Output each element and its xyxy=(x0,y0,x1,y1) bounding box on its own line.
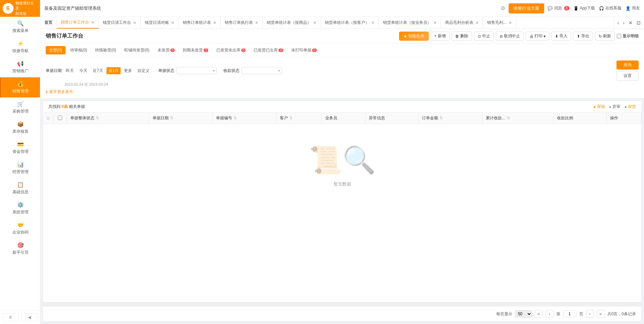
sidebar-item-4[interactable]: 🛒 采购管理 xyxy=(0,97,40,118)
tab-item-7[interactable]: 销货单统计表（按客户）✕ xyxy=(321,17,379,29)
settings-icon[interactable]: ⚙ xyxy=(501,5,505,11)
sub-tab-5[interactable]: 到期未发货0 xyxy=(179,46,212,54)
select-all-checkbox[interactable] xyxy=(58,116,62,120)
tab-close-6[interactable]: ✕ xyxy=(313,21,316,25)
date-shortcut-1[interactable]: 今天 xyxy=(77,67,89,74)
horizontal-scrollbar[interactable] xyxy=(43,302,641,306)
tab-close-10[interactable]: ✕ xyxy=(509,21,512,25)
payment-select[interactable] xyxy=(242,67,282,74)
tab-item-4[interactable]: 销售订单统计表✕ xyxy=(179,17,221,29)
tab-close-1[interactable]: ✕ xyxy=(91,20,94,25)
col-header-6[interactable]: 订单金额⇅ xyxy=(418,113,482,124)
tab-close-5[interactable]: ✕ xyxy=(255,21,258,25)
tab-item-9[interactable]: 商品毛利分析表✕ xyxy=(441,17,483,29)
delete-icon: 🗑 xyxy=(455,34,459,39)
page-prev-btn[interactable]: ‹ xyxy=(546,310,554,318)
sidebar-item-1[interactable]: ⚡ 快捷导航 xyxy=(0,37,40,57)
audit-action-btn[interactable]: ● 审核 xyxy=(593,104,605,110)
unaudit-action-btn[interactable]: ● 弃审 xyxy=(609,104,620,110)
page-last-btn[interactable]: » xyxy=(597,310,605,318)
tab-next-btn[interactable]: › xyxy=(621,17,627,29)
sidebar-item-7[interactable]: 📊 经营管理 xyxy=(0,158,40,178)
tab-close-2[interactable]: ✕ xyxy=(133,21,136,25)
tab-item-2[interactable]: 钱货日清工作台✕ xyxy=(99,17,141,29)
add-btn[interactable]: + 新增 xyxy=(431,32,449,41)
filter-setting-btn[interactable]: 设置 xyxy=(616,71,639,81)
smart-gen-btn[interactable]: ★ 智能生单 xyxy=(399,32,429,41)
sidebar-item-3[interactable]: 💰 销售管理 xyxy=(0,77,40,97)
tab-item-6[interactable]: 销货单统计表（按商品）✕ xyxy=(263,17,321,29)
sidebar-item-2[interactable]: 📢 营销推广 xyxy=(0,57,40,77)
col-header-7[interactable]: 累计收款...⇅ xyxy=(482,113,554,124)
page-next-btn[interactable]: › xyxy=(586,310,594,318)
sub-tab-8[interactable]: 未打印单据0 xyxy=(288,46,320,54)
pause-btn[interactable]: ⊙ 中止 xyxy=(474,32,494,41)
date-shortcut-3[interactable]: 近1月 xyxy=(106,67,121,74)
date-shortcut-5[interactable]: 自定义 xyxy=(135,67,152,74)
import-btn[interactable]: ⬇ 导入 xyxy=(551,32,571,41)
sub-tab-1[interactable]: 待审核(0) xyxy=(67,46,91,54)
tab-close-8[interactable]: ✕ xyxy=(433,21,437,25)
date-shortcut-2[interactable]: 近7天 xyxy=(91,67,105,74)
sidebar-item-5[interactable]: 📦 库存核算 xyxy=(0,118,40,138)
nav-icon-4: 🛒 xyxy=(17,101,24,107)
app-download-btn[interactable]: 📱 App下载 xyxy=(573,5,595,11)
experience-btn[interactable]: 体验行业方案 xyxy=(509,3,544,13)
export-btn[interactable]: ⬆ 导出 xyxy=(573,32,593,41)
sidebar-item-6[interactable]: 💳 资金管理 xyxy=(0,138,40,158)
nav-label-9: 系统管理 xyxy=(12,209,29,215)
sub-tab-3[interactable]: 旺铺待发货(0) xyxy=(121,46,153,54)
tab-item-0[interactable]: 首页 xyxy=(40,17,57,29)
tab-close-4[interactable]: ✕ xyxy=(213,21,216,25)
ship-action-btn[interactable]: ● 发货 xyxy=(625,104,636,110)
user-menu-btn[interactable]: 👤 用友 xyxy=(626,5,640,11)
show-detail-checkbox-wrapper[interactable]: 显示明细 xyxy=(617,33,639,39)
sub-tab-0[interactable]: 全部(0) xyxy=(46,46,66,54)
tab-close-btn[interactable]: ✕ xyxy=(627,17,635,29)
sidebar-item-10[interactable]: 🤝 企业协同 xyxy=(0,218,40,239)
tab-item-3[interactable]: 钱货日清对账✕ xyxy=(141,17,179,29)
sidebar-settings-btn[interactable]: ⚙ xyxy=(3,313,19,321)
show-detail-checkbox[interactable] xyxy=(617,34,621,38)
tab-item-5[interactable]: 销售订单执行表✕ xyxy=(221,17,263,29)
cancel-pause-btn[interactable]: ⊘ 取消中止 xyxy=(496,32,524,41)
tab-prev-btn[interactable]: ‹ xyxy=(615,17,621,29)
sub-tab-2[interactable]: 待拣验货(0) xyxy=(92,46,120,54)
tab-item-1[interactable]: 销售订单工作台✕ xyxy=(57,17,99,29)
tab-close-9[interactable]: ✕ xyxy=(475,21,479,25)
export-icon: ⬆ xyxy=(577,34,580,39)
delete-btn[interactable]: 🗑 删除 xyxy=(452,32,472,41)
sub-tab-7[interactable]: 已发货已出库0 xyxy=(250,46,287,54)
sub-tab-4[interactable]: 未发货0 xyxy=(154,46,178,54)
sub-tab-label-2: 待拣验货 xyxy=(95,48,111,52)
tab-close-3[interactable]: ✕ xyxy=(171,21,174,25)
query-btn[interactable]: 查询 xyxy=(616,60,639,70)
col-header-2[interactable]: 单据编号⇅ xyxy=(213,113,276,124)
col-header-3[interactable]: 客户⇅ xyxy=(276,113,322,124)
col-checkbox-header[interactable] xyxy=(53,113,67,124)
expand-filter-btn[interactable]: ▾ 展开更多条件 xyxy=(46,89,639,95)
nav-icon-9: ⚙️ xyxy=(17,202,24,208)
col-header-0[interactable]: 单据整体状态⇅ xyxy=(67,113,149,124)
sidebar-item-0[interactable]: 🔍 搜索菜单 xyxy=(0,17,40,37)
page-input[interactable] xyxy=(563,311,576,317)
message-btn[interactable]: 💬 消息 6 xyxy=(548,5,569,11)
sidebar-item-9[interactable]: ⚙️ 系统管理 xyxy=(0,198,40,218)
print-btn[interactable]: 🖨 打印 ▾ xyxy=(526,32,549,41)
sidebar-collapse-btn[interactable]: ◀ xyxy=(22,313,38,321)
sidebar-item-11[interactable]: 🎯 新手引导 xyxy=(0,239,40,259)
refresh-btn[interactable]: ↻ 刷新 xyxy=(595,32,615,41)
online-support-btn[interactable]: 🎧 在线客服 xyxy=(599,5,621,11)
col-header-1[interactable]: 单据日期⇅ xyxy=(149,113,213,124)
tab-item-10[interactable]: 销售毛利...✕ xyxy=(483,17,516,29)
date-shortcut-0[interactable]: 昨天 xyxy=(64,67,76,74)
sub-tab-6[interactable]: 已发货未出库0 xyxy=(213,46,249,54)
page-first-btn[interactable]: « xyxy=(535,310,543,318)
tab-item-8[interactable]: 销货单统计表（按业务员）✕ xyxy=(379,17,441,29)
date-shortcut-4[interactable]: 更多 xyxy=(122,67,134,74)
tab-close-7[interactable]: ✕ xyxy=(371,21,375,25)
sidebar-item-8[interactable]: 📋 基础信息 xyxy=(0,178,40,198)
status-select[interactable] xyxy=(176,67,217,74)
tab-expand-btn[interactable]: ⊡ xyxy=(635,17,643,29)
page-size-select[interactable]: 102050100 xyxy=(515,310,532,318)
